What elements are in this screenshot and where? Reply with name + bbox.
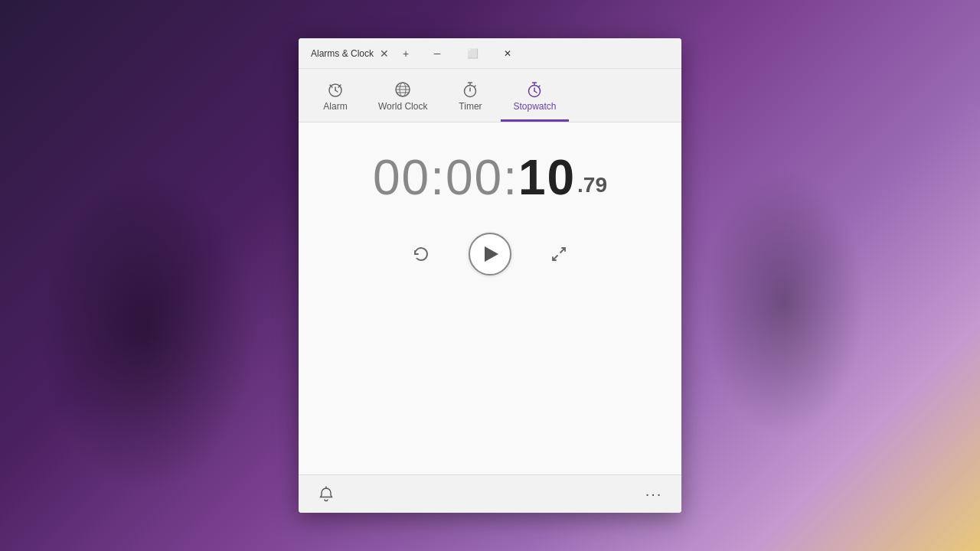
minimize-button[interactable]: ─ — [420, 41, 455, 66]
stopwatch-display: 00 : 00 : 10 .79 — [373, 153, 607, 202]
new-tab-button[interactable]: + — [395, 43, 416, 64]
time-hours: 00 — [373, 153, 430, 202]
window-title: Alarms & Clock — [308, 48, 374, 59]
time-milliseconds: .79 — [577, 174, 607, 196]
timer-icon — [462, 81, 479, 98]
stopwatch-controls — [404, 233, 576, 276]
tab-timer[interactable]: Timer — [439, 75, 501, 122]
svg-line-14 — [475, 86, 476, 87]
close-tab-button[interactable]: ✕ — [374, 43, 395, 64]
time-minutes: 00 — [446, 153, 503, 202]
svg-line-20 — [539, 86, 541, 87]
expand-icon — [550, 245, 568, 263]
tab-area: Alarms & Clock ✕ + — [305, 41, 420, 66]
tab-alarm-label: Alarm — [323, 101, 347, 112]
window-controls: ─ ⬜ ✕ — [420, 41, 525, 66]
reset-icon — [412, 245, 430, 263]
stopwatch-icon — [526, 81, 543, 98]
alarm-icon — [327, 81, 344, 98]
tab-timer-label: Timer — [459, 101, 482, 112]
bottom-bar: ··· — [299, 474, 681, 513]
maximize-button[interactable]: ⬜ — [455, 41, 490, 66]
world-clock-icon — [394, 81, 411, 98]
play-icon — [485, 246, 498, 262]
play-button[interactable] — [469, 233, 511, 276]
tab-world-clock[interactable]: World Clock — [366, 75, 439, 122]
time-seconds: 10 — [518, 153, 576, 202]
stopwatch-content: 00 : 00 : 10 .79 — [299, 122, 681, 474]
svg-line-2 — [335, 90, 338, 92]
alarm-settings-button[interactable] — [311, 479, 341, 510]
tab-alarm[interactable]: Alarm — [305, 75, 366, 122]
svg-line-17 — [534, 91, 537, 93]
more-options-button[interactable]: ··· — [639, 479, 669, 510]
sep1: : — [430, 153, 446, 202]
more-icon: ··· — [645, 485, 663, 503]
bell-icon — [318, 486, 335, 503]
tab-stopwatch-label: Stopwatch — [513, 101, 556, 112]
expand-button[interactable] — [542, 237, 576, 271]
tab-world-clock-label: World Clock — [378, 101, 427, 112]
reset-button[interactable] — [404, 237, 438, 271]
close-button[interactable]: ✕ — [490, 41, 525, 66]
sep2: : — [503, 153, 518, 202]
title-bar: Alarms & Clock ✕ + ─ ⬜ ✕ — [299, 38, 681, 69]
app-window: Alarms & Clock ✕ + ─ ⬜ ✕ Alarm — [299, 38, 681, 513]
tab-stopwatch[interactable]: Stopwatch — [501, 75, 568, 122]
nav-bar: Alarm World Clock — [299, 69, 681, 122]
